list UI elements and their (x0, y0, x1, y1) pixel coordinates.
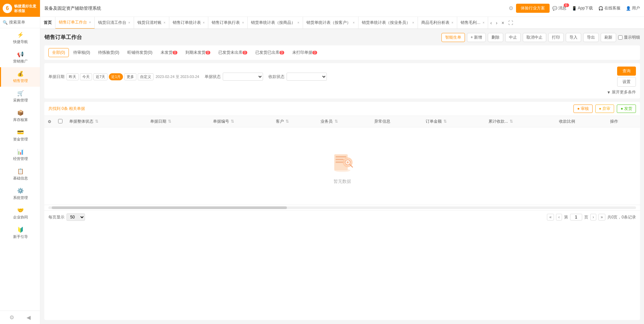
sidebar-item-marketing[interactable]: 📢 营销推广 (0, 48, 40, 67)
tab-cash-reconcile[interactable]: 钱货日清对账 × (134, 17, 169, 29)
select-all-checkbox[interactable] (58, 119, 62, 123)
tab-close-goods-stats-product[interactable]: × (297, 21, 299, 25)
sidebar-item-operation[interactable]: 📊 经营管理 (0, 145, 40, 165)
th-checkbox[interactable] (55, 116, 66, 127)
th-amount[interactable]: 订单金额 ⇅ (422, 116, 485, 127)
tab-nav-prev[interactable]: ‹ (488, 17, 494, 29)
show-detail-label[interactable]: 显示明细 (618, 35, 640, 40)
tab-home[interactable]: 首页 (40, 17, 55, 29)
cancel-audit-btn[interactable]: ● 弃审 (595, 105, 614, 113)
scrollbar-thumb[interactable] (52, 206, 287, 209)
tab-goods-stats-staff[interactable]: 销货单统计表（按业务员） × (358, 17, 418, 29)
date-btn-more[interactable]: 更多 (124, 73, 136, 80)
sidebar-item-quick-nav[interactable]: ⚡ 快捷导航 (0, 28, 40, 48)
next-page-btn[interactable]: › (590, 214, 596, 220)
tab-sales-stats[interactable]: 销售订单统计表 × (169, 17, 209, 29)
delete-btn[interactable]: 删除 (488, 33, 503, 42)
sidebar-item-guide[interactable]: 🔰 新手引导 (0, 223, 40, 243)
settings-icon[interactable]: ⚙ (9, 314, 14, 321)
tab-sales-order[interactable]: 销售订单工作台 × (55, 17, 95, 29)
last-page-btn[interactable]: » (598, 214, 605, 220)
print-btn[interactable]: 打印 (548, 33, 564, 42)
first-page-btn[interactable]: « (547, 214, 554, 220)
sidebar-item-system[interactable]: ⚙️ 系统管理 (0, 184, 40, 204)
filter-tab-unshipped[interactable]: 未发货0 (157, 48, 181, 57)
settings-icon-header[interactable]: ⚙ (509, 5, 513, 11)
app-logo: 6 畅捷通好生意 标准版 (0, 0, 40, 17)
prev-page-btn[interactable]: ‹ (556, 214, 562, 220)
expand-btn[interactable]: ▼ 展开更多条件 (607, 89, 636, 95)
filter-tab-shipped-out[interactable]: 已发货已出库0 (252, 48, 288, 57)
page-input[interactable] (570, 214, 582, 220)
query-btn[interactable]: 查询 (617, 67, 636, 76)
filter-tab-shipped-not-out[interactable]: 已发货未出库0 (215, 48, 251, 57)
set-btn[interactable]: 设置 (617, 77, 636, 87)
tab-close-goods-stats-customer[interactable]: × (353, 21, 355, 25)
sidebar-item-finance[interactable]: 💳 资金管理 (0, 126, 40, 145)
date-btn-custom[interactable]: 自定义 (138, 73, 154, 80)
refresh-btn[interactable]: 刷新 (601, 33, 616, 42)
tab-goods-stats-customer[interactable]: 销货单统计表（按客户） × (303, 17, 358, 29)
sidebar-item-inventory[interactable]: 📦 库存核算 (0, 106, 40, 126)
th-number[interactable]: 单据编号 ⇅ (210, 116, 272, 127)
payment-select[interactable] (287, 73, 327, 81)
collapse-icon[interactable]: ◀ (27, 314, 31, 321)
tab-margin-analysis[interactable]: 商品毛利分析表 × (418, 17, 457, 29)
tab-close-goods-stats-staff[interactable]: × (412, 21, 414, 25)
app-download-item[interactable]: 📱 App下载 (572, 5, 593, 11)
user-item[interactable]: 👤 用户 (626, 5, 640, 11)
tab-close-sales-stats[interactable]: × (203, 21, 205, 25)
online-service-item[interactable]: 🎧 在线客服 (598, 5, 620, 11)
sidebar-search[interactable]: 🔍 搜索菜单 (0, 17, 40, 28)
smart-btn[interactable]: 智能生单 (441, 33, 465, 42)
tab-sales-margin[interactable]: 销售毛利… × (457, 17, 488, 29)
tab-close-sales-exec[interactable]: × (242, 21, 244, 25)
tab-close-margin-analysis[interactable]: × (452, 21, 454, 25)
export-btn[interactable]: 导出 (583, 33, 599, 42)
sidebar-item-enterprise[interactable]: 🤝 企业协同 (0, 204, 40, 223)
th-staff[interactable]: 业务员 ⇅ (317, 116, 371, 127)
import-btn[interactable]: 导入 (566, 33, 581, 42)
date-btn-1month[interactable]: 近1月 (109, 73, 123, 80)
sidebar-item-purchase[interactable]: 🛒 采购管理 (0, 87, 40, 106)
industry-btn[interactable]: 体验行业方案 (516, 4, 550, 13)
ship-btn[interactable]: ● 发货 (617, 105, 636, 113)
tab-close-all[interactable]: × (500, 17, 506, 29)
audit-btn[interactable]: ● 审核 (573, 105, 593, 113)
stop-btn[interactable]: 中止 (505, 33, 521, 42)
tab-close-cash-clear[interactable]: × (128, 21, 130, 25)
filter-tab-pending-review[interactable]: 待审核(0) (70, 48, 94, 57)
status-select[interactable] (223, 73, 263, 81)
tab-cash-clear[interactable]: 钱货日清工作台 × (95, 17, 134, 29)
filter-tab-pending-inspect[interactable]: 待拣验货(0) (94, 48, 123, 57)
th-customer[interactable]: 客户 ⇅ (272, 116, 317, 127)
cancel-stop-btn[interactable]: 取消中止 (523, 33, 546, 42)
filter-tab-overdue-unshipped[interactable]: 到期未发货0 (182, 48, 214, 57)
th-date[interactable]: 单据日期 ⇅ (147, 116, 210, 127)
tab-sales-exec[interactable]: 销售订单执行表 × (208, 17, 248, 29)
page-size-select[interactable]: 10 20 50 100 (67, 213, 85, 221)
tab-close-sales-order[interactable]: × (89, 21, 91, 24)
sidebar-item-sales[interactable]: 💰 销售管理 (0, 67, 40, 87)
filter-tab-unprinted[interactable]: 未打印单据0 (289, 48, 321, 57)
th-accumulated[interactable]: 累计收款... ⇅ (485, 116, 556, 127)
filter-tab-all[interactable]: 全部(0) (48, 48, 69, 57)
new-btn[interactable]: + 新增 (467, 33, 486, 42)
table-actions: ● 审核 ● 弃审 ● 发货 (573, 105, 636, 113)
message-item[interactable]: 💬 消息 6 (552, 5, 566, 11)
date-btn-7days[interactable]: 近7天 (93, 73, 108, 80)
quick-nav-icon: ⚡ (17, 32, 24, 38)
tab-nav-next[interactable]: › (494, 17, 500, 29)
tab-close-cash-reconcile[interactable]: × (164, 21, 166, 25)
tab-close-sales-margin[interactable]: × (483, 21, 485, 25)
th-settings[interactable]: ⚙ (44, 116, 55, 127)
date-btn-yesterday[interactable]: 昨天 (67, 73, 79, 80)
tab-fullscreen[interactable]: ⛶ (506, 17, 515, 29)
scroll-bar[interactable] (44, 205, 640, 210)
th-status[interactable]: 单据整体状态 ⇅ (66, 116, 147, 127)
tab-goods-stats-product[interactable]: 销货单统计表（按商品） × (248, 17, 303, 29)
filter-tab-wangpu[interactable]: 旺铺待发货(0) (124, 48, 156, 57)
show-detail-checkbox[interactable] (618, 35, 622, 40)
date-btn-today[interactable]: 今天 (80, 73, 92, 80)
sidebar-item-basic[interactable]: 📋 基础信息 (0, 165, 40, 184)
